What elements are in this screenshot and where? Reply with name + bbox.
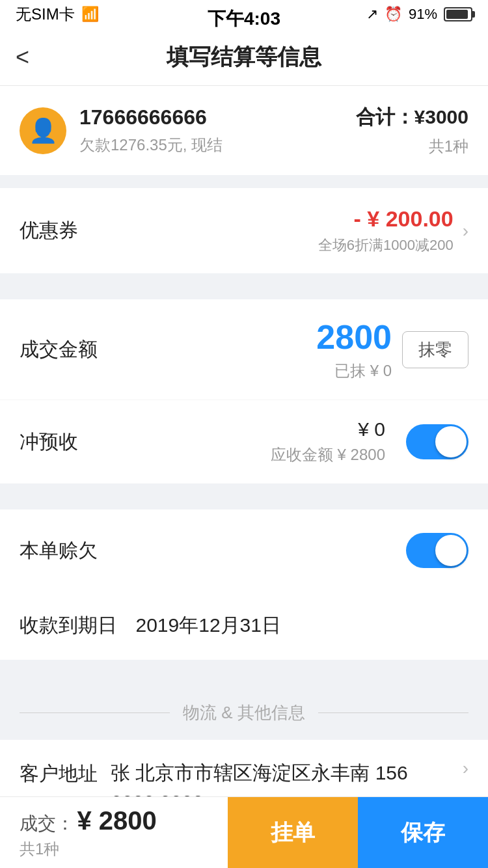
hang-button[interactable]: 挂单	[228, 797, 358, 869]
coupon-row[interactable]: 优惠券 - ¥ 200.00 全场6折满1000减200 ›	[0, 188, 488, 273]
debt-section: 本单赊欠 收款到期日 2019年12月31日	[0, 509, 488, 660]
prepay-label: 冲预收	[20, 429, 78, 455]
avatar-icon: 👤	[29, 117, 58, 144]
customer-left: 👤 17666666666 欠款1276.35元, 现结	[20, 105, 223, 156]
logistics-text: 物流 & 其他信息	[170, 701, 318, 724]
status-right: ↗ ⏰ 91%	[366, 6, 472, 23]
chevron-right-icon: ›	[463, 221, 468, 241]
total-amount: 合计：¥3000	[356, 104, 468, 131]
save-button[interactable]: 保存	[358, 797, 488, 869]
carrier-label: 无SIM卡	[16, 4, 75, 25]
prepay-amount: ¥ 0	[271, 418, 385, 441]
bottom-summary: 成交： ¥ 2800 共1种	[0, 806, 228, 860]
debt-row: 本单赊欠	[0, 509, 488, 591]
round-off-button[interactable]: 抹零	[402, 331, 468, 368]
debt-toggle-knob	[435, 535, 467, 566]
alarm-icon: ⏰	[385, 6, 402, 23]
amount-col: 2800 已抹 ¥ 0	[316, 318, 392, 381]
bottom-deal-line: 成交： ¥ 2800	[20, 806, 208, 836]
coupon-discount: - ¥ 200.00	[318, 206, 454, 232]
transaction-amount: 2800	[316, 318, 392, 357]
prepay-amount-col: ¥ 0 应收金额 ¥ 2800	[271, 418, 385, 465]
address-chevron-right-icon: ›	[463, 758, 468, 779]
nav-bar: < 填写结算等信息	[0, 29, 488, 86]
status-left: 无SIM卡 📶	[16, 4, 99, 25]
bottom-bar: 成交： ¥ 2800 共1种 挂单 保存	[0, 796, 488, 868]
due-date-label: 收款到期日	[20, 614, 117, 636]
customer-debt: 欠款1276.35元, 现结	[79, 135, 223, 156]
page-title: 填写结算等信息	[167, 42, 321, 72]
bottom-deal-label: 成交：	[20, 813, 74, 834]
logistics-line-right	[318, 712, 468, 713]
logistics-divider: 物流 & 其他信息	[0, 686, 488, 740]
prepay-right: ¥ 0 应收金额 ¥ 2800	[271, 418, 468, 465]
wifi-icon: 📶	[81, 6, 99, 23]
battery-icon	[444, 7, 472, 21]
coupon-label: 优惠券	[20, 217, 78, 244]
transaction-right: 2800 已抹 ¥ 0 抹零	[316, 318, 468, 381]
section-divider-2	[0, 496, 488, 509]
address-label: 客户地址	[20, 758, 98, 787]
coupon-right: - ¥ 200.00 全场6折满1000减200 ›	[318, 206, 468, 255]
prepay-toggle[interactable]	[406, 424, 468, 459]
status-time: 下午4:03	[208, 7, 280, 31]
customer-phone: 17666666666	[79, 105, 223, 129]
transaction-section: 成交金额 2800 已抹 ¥ 0 抹零 冲预收 ¥ 0 应收金额 ¥ 2800	[0, 299, 488, 483]
location-icon: ↗	[366, 6, 378, 23]
due-date-row: 收款到期日 2019年12月31日	[0, 591, 488, 660]
bottom-count: 共1种	[20, 839, 208, 860]
status-bar: 无SIM卡 📶 下午4:03 ↗ ⏰ 91%	[0, 0, 488, 29]
customer-info: 17666666666 欠款1276.35元, 现结	[79, 105, 223, 156]
section-divider-3	[0, 673, 488, 686]
prepay-receivable: 应收金额 ¥ 2800	[271, 444, 385, 465]
avatar: 👤	[20, 107, 66, 154]
customer-total: 合计：¥3000 共1种	[356, 104, 468, 157]
transaction-row: 成交金额 2800 已抹 ¥ 0 抹零	[0, 299, 488, 400]
total-count: 共1种	[356, 136, 468, 157]
debt-label: 本单赊欠	[20, 537, 98, 564]
logistics-line-left	[20, 712, 170, 713]
battery-percent: 91%	[409, 6, 437, 23]
main-content: 👤 17666666666 欠款1276.35元, 现结 合计：¥3000 共1…	[0, 86, 488, 868]
coupon-info: - ¥ 200.00 全场6折满1000减200	[318, 206, 454, 255]
bottom-deal-amount: ¥ 2800	[77, 806, 156, 835]
transaction-label: 成交金额	[20, 336, 98, 363]
customer-card: 👤 17666666666 欠款1276.35元, 现结 合计：¥3000 共1…	[0, 86, 488, 175]
due-date-value: 2019年12月31日	[135, 614, 280, 636]
debt-toggle[interactable]	[406, 533, 468, 568]
toggle-knob	[435, 426, 467, 457]
prepay-row: 冲预收 ¥ 0 应收金额 ¥ 2800	[0, 400, 488, 483]
coupon-desc: 全场6折满1000减200	[318, 236, 454, 255]
transaction-sub: 已抹 ¥ 0	[316, 360, 392, 381]
back-button[interactable]: <	[16, 44, 29, 71]
section-divider-1	[0, 286, 488, 299]
